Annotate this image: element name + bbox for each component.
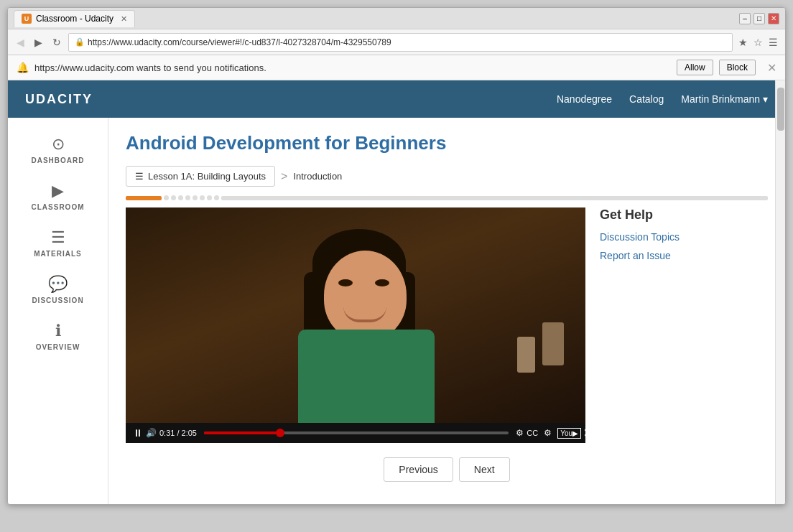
minimize-button[interactable]: –	[739, 13, 751, 24]
address-bar[interactable]: 🔒 https://www.udacity.com/course/viewer#…	[68, 33, 733, 52]
sidebar-item-dashboard[interactable]: ⊙ DASHBOARD	[8, 129, 108, 170]
progress-dot-8	[214, 195, 219, 200]
current-section-label: Introduction	[293, 171, 342, 182]
sidebar-item-discussion[interactable]: 💬 DISCUSSION	[8, 269, 108, 310]
breadcrumb-separator: >	[281, 170, 287, 183]
course-title: Android Development for Beginners	[126, 132, 768, 154]
forward-button[interactable]: ▶	[32, 35, 45, 50]
previous-button[interactable]: Previous	[384, 457, 453, 482]
refresh-button[interactable]: ↻	[50, 35, 64, 50]
back-button[interactable]: ◀	[14, 35, 27, 50]
seek-fill	[204, 431, 280, 434]
lock-icon: 🔒	[75, 37, 85, 47]
main-layout: ⊙ DASHBOARD ▶ CLASSROOM ☰ MATERIALS 💬 DI…	[8, 118, 785, 504]
progress-remaining-segment	[221, 196, 768, 200]
youtube-button[interactable]: You▶	[557, 428, 581, 439]
bg-cup	[542, 322, 564, 365]
video-progress-row: ⏸ 🔊 0:31 / 2:05 ⚙	[133, 427, 593, 439]
dashboard-label: DASHBOARD	[32, 157, 85, 164]
block-button[interactable]: Block	[719, 60, 756, 75]
content-area: Android Development for Beginners ☰ Less…	[108, 118, 785, 504]
breadcrumb: ☰ Lesson 1A: Building Layouts > Introduc…	[126, 166, 768, 187]
dashboard-icon: ⊙	[52, 135, 65, 154]
progress-dot-4	[185, 195, 190, 200]
video-controls: ⏸ 🔊 0:31 / 2:05 ⚙	[126, 423, 585, 443]
bg-item	[517, 337, 535, 373]
lesson-name: Lesson 1A: Building Layouts	[148, 171, 266, 182]
help-section: Get Help Discussion Topics Report an Iss…	[600, 207, 768, 269]
progress-dot-5	[193, 195, 198, 200]
person-left-eye	[338, 279, 353, 286]
video-container: ⏸ 🔊 0:31 / 2:05 ⚙	[126, 207, 585, 443]
progress-dot-3	[178, 195, 183, 200]
notification-close-button[interactable]: ✕	[767, 61, 776, 75]
tab-favicon: U	[22, 14, 32, 24]
materials-icon: ☰	[51, 228, 65, 247]
sidebar-item-overview[interactable]: ℹ OVERVIEW	[8, 316, 108, 357]
video-section: ⏸ 🔊 0:31 / 2:05 ⚙	[126, 207, 768, 443]
seek-track	[204, 431, 509, 434]
discussion-icon: 💬	[48, 275, 68, 294]
person-body	[298, 330, 435, 423]
person-face	[324, 251, 407, 340]
classroom-icon: ▶	[52, 182, 64, 200]
video-time-display: 0:31 / 2:05	[159, 429, 197, 437]
title-bar: U Classroom - Udacity ✕ – □ ✕	[8, 8, 785, 29]
scrollbar[interactable]	[775, 80, 785, 504]
pause-button[interactable]: ⏸	[133, 427, 143, 439]
user-dropdown-icon: ▾	[763, 93, 768, 105]
nanodegree-nav-item[interactable]: Nanodegree	[557, 93, 612, 105]
discussion-label: DISCUSSION	[32, 297, 83, 304]
help-title: Get Help	[600, 207, 768, 223]
browser-tab[interactable]: U Classroom - Udacity ✕	[14, 10, 135, 27]
url-text: https://www.udacity.com/course/viewer#!/…	[88, 37, 726, 47]
header-nav: Nanodegree Catalog Martin Brinkmann ▾	[557, 93, 768, 105]
video-seekbar[interactable]	[204, 431, 509, 434]
quality-button[interactable]: ⚙	[544, 428, 552, 438]
person-right-eye	[375, 279, 389, 286]
tab-close-button[interactable]: ✕	[121, 14, 127, 24]
nav-right-controls: ★ ☆ ☰	[737, 35, 779, 50]
username-label: Martin Brinkmann	[681, 93, 760, 105]
overview-icon: ℹ	[55, 322, 61, 340]
star-icon[interactable]: ★	[737, 35, 749, 50]
cc-button[interactable]: CC	[527, 429, 538, 437]
navigation-buttons: Previous Next	[126, 457, 768, 482]
progress-dot-6	[200, 195, 205, 200]
nav-bar: ◀ ▶ ↻ 🔒 https://www.udacity.com/course/v…	[8, 29, 785, 55]
next-button[interactable]: Next	[459, 457, 510, 482]
tab-title: Classroom - Udacity	[36, 14, 113, 24]
seek-thumb[interactable]	[276, 429, 284, 437]
video-frame[interactable]	[126, 207, 585, 423]
volume-button[interactable]: 🔊	[146, 428, 157, 438]
progress-dot-7	[207, 195, 212, 200]
materials-label: MATERIALS	[34, 250, 82, 258]
notification-bell-icon: 🔔	[17, 62, 29, 73]
sidebar: ⊙ DASHBOARD ▶ CLASSROOM ☰ MATERIALS 💬 DI…	[8, 118, 108, 504]
sidebar-item-materials[interactable]: ☰ MATERIALS	[8, 223, 108, 263]
notification-text: https://www.udacity.com wants to send yo…	[34, 62, 671, 73]
allow-button[interactable]: Allow	[677, 60, 713, 75]
udacity-logo: UDACITY	[25, 92, 557, 107]
user-menu[interactable]: Martin Brinkmann ▾	[681, 93, 768, 105]
notification-bar: 🔔 https://www.udacity.com wants to send …	[8, 55, 785, 80]
page-content: UDACITY Nanodegree Catalog Martin Brinkm…	[8, 80, 785, 504]
lesson-breadcrumb[interactable]: ☰ Lesson 1A: Building Layouts	[126, 166, 275, 187]
scrollbar-thumb[interactable]	[777, 88, 784, 131]
classroom-label: CLASSROOM	[32, 203, 85, 211]
catalog-nav-item[interactable]: Catalog	[629, 93, 664, 105]
bookmark-icon[interactable]: ☆	[752, 35, 764, 50]
report-issue-link[interactable]: Report an Issue	[600, 250, 768, 261]
tab-area: U Classroom - Udacity ✕	[14, 10, 739, 27]
window-controls: – □ ✕	[739, 13, 779, 24]
fullscreen-button[interactable]: ⛶	[584, 428, 593, 438]
video-progress-container: ⏸ 🔊 0:31 / 2:05 ⚙	[133, 427, 593, 439]
discussion-topics-link[interactable]: Discussion Topics	[600, 231, 768, 243]
menu-icon[interactable]: ☰	[767, 35, 779, 50]
overview-label: OVERVIEW	[36, 343, 80, 351]
settings-icon[interactable]: ⚙	[516, 428, 524, 438]
maximize-button[interactable]: □	[753, 13, 765, 24]
progress-dot-2	[171, 195, 176, 200]
sidebar-item-classroom[interactable]: ▶ CLASSROOM	[8, 176, 108, 217]
close-button[interactable]: ✕	[768, 13, 779, 24]
